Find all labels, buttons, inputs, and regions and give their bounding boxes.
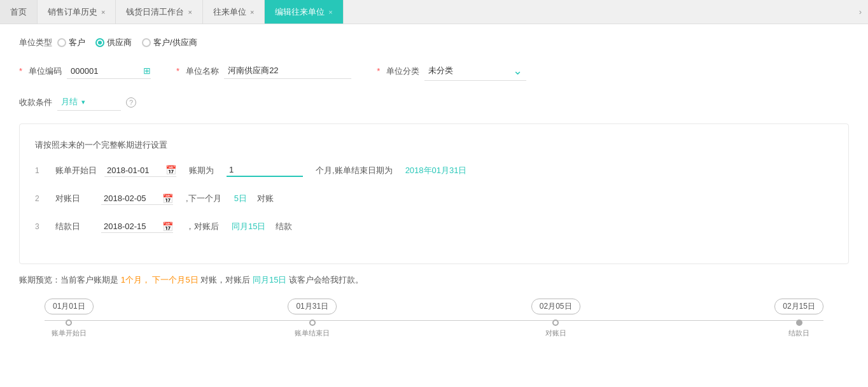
radio-customer[interactable]: 客户 (57, 37, 85, 48)
timeline-dot-3 (552, 320, 559, 326)
tab-close-sales-history[interactable]: × (101, 8, 105, 16)
payment-suffix-pre: ，对账后 (186, 221, 219, 232)
row-num-1: 1 (35, 166, 48, 175)
tab-edit-unit[interactable]: 编辑往来单位 × (265, 0, 343, 24)
timeline-node-1: 01月01日 账单开始日 (45, 299, 94, 338)
row-label-3: 结款日 (55, 221, 94, 232)
payment-value: 月结 (61, 96, 78, 108)
tab-bar: 首页 销售订单历史 × 钱货日清工作台 × 往来单位 × 编辑往来单位 × › (0, 0, 868, 24)
copy-icon[interactable]: ⊞ (143, 66, 151, 76)
radio-circle-customer (57, 38, 66, 47)
payment-row: 收款条件 月结 ▾ ? (19, 94, 849, 111)
reconcile-date-field[interactable] (101, 192, 158, 204)
payment-date-field[interactable] (101, 220, 158, 232)
period-end-date: 2018年01月31日 (405, 165, 467, 176)
preview-section: 账期预览：当前客户账期是 1个月， 下一个月5日 对账，对账后 同月15日 该客… (19, 274, 849, 286)
radio-group: 客户 供应商 客户/供应商 (57, 37, 197, 48)
reconcile-suffix-pre: ,下一个月 (186, 193, 221, 204)
unit-type-label: 单位类型 (19, 37, 52, 48)
reconcile-suffix-post: 对账 (257, 193, 274, 204)
timeline-badge-4: 02月15日 (774, 299, 823, 314)
preview-label: 账期预览：当前客户账期是 (19, 275, 118, 285)
timeline-label-3: 对账日 (545, 328, 566, 338)
timeline-node-4: 02月15日 结款日 (774, 299, 823, 338)
period-month-label: 个月,账单结束日期为 (316, 165, 393, 176)
timeline-label-1: 账单开始日 (52, 328, 87, 338)
timeline-badge-3: 02月05日 (531, 299, 580, 314)
tab-unit-list[interactable]: 往来单位 × (203, 0, 265, 24)
timeline-node-2: 01月31日 账单结束日 (288, 299, 337, 338)
main-content: 单位类型 客户 供应商 客户/供应商 * 单位编码 (0, 24, 868, 387)
radio-both[interactable]: 客户/供应商 (142, 37, 197, 48)
unit-code-label: 单位编码 (29, 66, 62, 77)
unit-code-input-wrap: ⊞ (67, 64, 151, 79)
tab-close-unit-list[interactable]: × (250, 8, 254, 16)
setting-row-1: 1 账单开始日 📅 账期为 个月,账单结束日期为 2018年01月31日 (35, 164, 833, 177)
tab-home[interactable]: 首页 (0, 0, 38, 24)
required-star-category: * (377, 66, 380, 76)
unit-category-label: 单位分类 (386, 66, 419, 77)
unit-code-input[interactable] (67, 64, 143, 78)
setting-row-2: 2 对账日 📅 ,下一个月 5日 对账 (35, 192, 833, 205)
unit-category-dropdown[interactable]: 未分类 ⌄ (424, 61, 526, 81)
timeline-badge-2: 01月31日 (288, 299, 337, 314)
payment-dropdown-arrow: ▾ (81, 98, 85, 106)
preview-payment: 同月15日 (253, 275, 286, 285)
start-date-input: 📅 (104, 164, 176, 177)
unit-info-row: * 单位编码 ⊞ * 单位名称 * 单位分类 未分类 ⌄ (19, 61, 849, 81)
payment-day: 同月15日 (232, 221, 265, 232)
reconcile-day: 5日 (234, 193, 247, 204)
tab-close-cash-work[interactable]: × (188, 8, 192, 16)
timeline-nodes: 01月01日 账单开始日 01月31日 账单结束日 02月05日 对账日 02月… (45, 299, 823, 338)
unit-name-group: * 单位名称 (176, 64, 351, 79)
radio-circle-both (142, 38, 151, 47)
payment-label: 收款条件 (19, 97, 52, 108)
unit-name-input[interactable] (224, 64, 351, 79)
card-title: 请按照未来的一个完整帐期进行设置 (35, 139, 833, 151)
row-label-1: 账单开始日 (55, 165, 97, 176)
payment-group: 收款条件 月结 ▾ ? (19, 94, 136, 111)
tab-close-edit-unit[interactable]: × (328, 8, 332, 16)
row-num-3: 3 (35, 222, 48, 231)
unit-name-label: 单位名称 (186, 66, 219, 77)
timeline-label-2: 账单结束日 (295, 328, 330, 338)
help-icon[interactable]: ? (126, 97, 136, 108)
preview-end: 该客户会给我打款。 (289, 275, 363, 285)
radio-circle-supplier (95, 38, 104, 47)
row-num-2: 2 (35, 194, 48, 203)
timeline-dot-1 (66, 320, 72, 326)
timeline-dot-2 (309, 320, 316, 326)
unit-category-group: * 单位分类 未分类 ⌄ (377, 61, 526, 81)
timeline-badge-1: 01月01日 (45, 299, 94, 314)
period-settings-card: 请按照未来的一个完整帐期进行设置 1 账单开始日 📅 账期为 个月,账单结束日期… (19, 123, 849, 264)
row-label-2: 对账日 (55, 193, 94, 204)
required-star-code: * (19, 66, 22, 76)
start-date-calendar-icon[interactable]: 📅 (165, 165, 176, 175)
timeline-dot-4 (796, 320, 802, 326)
payment-select[interactable]: 月结 ▾ (57, 94, 121, 111)
preview-mid: 对账，对账后 (200, 275, 250, 285)
tab-nav-right[interactable]: › (853, 0, 868, 24)
reconcile-date-input: 📅 (101, 192, 173, 205)
category-dropdown-arrow: ⌄ (513, 64, 522, 78)
unit-type-row: 单位类型 客户 供应商 客户/供应商 (19, 37, 849, 48)
start-date-field[interactable] (104, 164, 162, 176)
period-value-input[interactable] (227, 164, 303, 177)
tab-sales-history[interactable]: 销售订单历史 × (38, 0, 116, 24)
reconcile-date-calendar-icon[interactable]: 📅 (162, 194, 173, 204)
period-for-label: 账期为 (189, 165, 214, 176)
tab-cash-work[interactable]: 钱货日清工作台 × (116, 0, 202, 24)
unit-type-group: 单位类型 客户 供应商 客户/供应商 (19, 37, 197, 48)
radio-supplier[interactable]: 供应商 (95, 37, 132, 48)
timeline-container: 01月01日 账单开始日 01月31日 账单结束日 02月05日 对账日 02月… (19, 299, 849, 338)
payment-suffix-post: 结款 (276, 221, 292, 232)
timeline-label-4: 结款日 (788, 328, 809, 338)
preview-reconcile: 下一个月5日 (152, 275, 198, 285)
setting-row-3: 3 结款日 📅 ，对账后 同月15日 结款 (35, 220, 833, 233)
preview-period: 1个月， (121, 275, 150, 285)
required-star-name: * (176, 66, 179, 76)
payment-date-calendar-icon[interactable]: 📅 (162, 222, 173, 232)
unit-code-group: * 单位编码 ⊞ (19, 64, 151, 79)
payment-date-input: 📅 (101, 220, 173, 233)
unit-category-value: 未分类 (428, 65, 453, 76)
